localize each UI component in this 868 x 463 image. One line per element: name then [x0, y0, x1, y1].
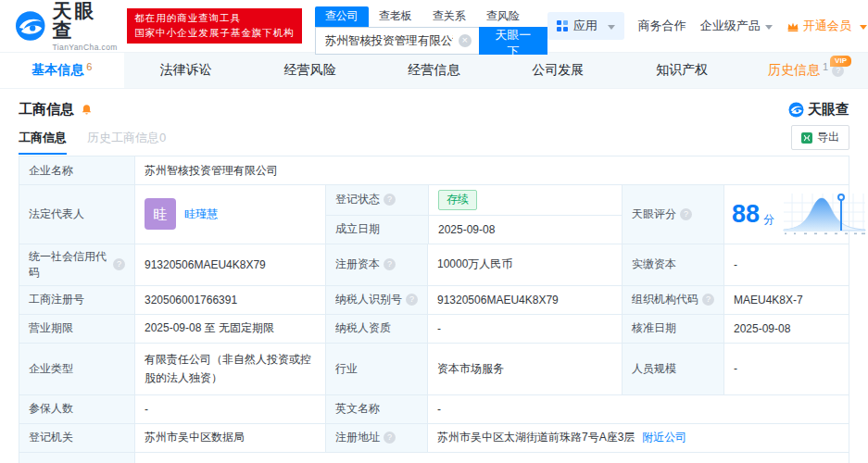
tab-label: 法律诉讼	[160, 62, 212, 79]
subtab-history-business-info[interactable]: 历史工商信息0	[87, 130, 166, 155]
tab-label: 基本信息	[31, 62, 83, 79]
subscribe-bell-icon[interactable]	[81, 104, 93, 116]
company-type-label: 企业类型	[19, 344, 134, 394]
chevron-down-icon	[765, 25, 773, 30]
label-text: 注册地址	[335, 430, 380, 445]
watermark-label: 天眼查	[808, 101, 849, 119]
legal-rep-avatar[interactable]: 眭	[145, 198, 176, 230]
nearby-companies-link[interactable]: 附近公司	[642, 430, 686, 445]
legal-rep-value: 眭 眭瑾慧	[134, 185, 325, 244]
tab-count: 6	[86, 61, 92, 72]
english-name-value: -	[427, 395, 849, 423]
table-row-reg-authority: 登记机关 苏州市吴中区数据局 注册地址 ? 苏州市吴中区太湖街道前珠路7号A座3…	[19, 423, 849, 452]
industry-label: 行业	[325, 344, 427, 394]
export-label: 导出	[817, 130, 839, 145]
company-name-label: 企业名称	[19, 156, 134, 184]
tab-intellectual-property[interactable]: 知识产权	[620, 53, 744, 88]
reg-number-label: 工商注册号	[19, 286, 134, 314]
reg-status-label: 登记状态 ?	[326, 185, 428, 215]
tab-history-info[interactable]: VIP 历史信息 1 ?	[744, 53, 868, 88]
table-row-business-term: 营业期限 2025-09-08 至 无固定期限 纳税人资质 - 核准日期 202…	[19, 314, 849, 343]
score-distribution-chart	[782, 192, 867, 236]
slogan-line-1: 都在用的商业查询工具	[134, 11, 295, 26]
nav-business-cooperation[interactable]: 商务合作	[638, 18, 686, 34]
membership-label: 开通会员	[803, 18, 851, 34]
legal-rep-link[interactable]: 眭瑾慧	[184, 206, 218, 222]
paid-capital-value: -	[723, 244, 849, 285]
reg-capital-value: 10000万人民币	[427, 244, 622, 285]
business-scope-value: 一般项目：股权投资；创业投资（限投资未上市企业）；以自有资金从事投资活动；融资咨…	[134, 453, 849, 463]
org-code-value: MAEU4K8X-7	[723, 286, 849, 314]
score-label: 天眼评分 ?	[622, 185, 723, 244]
score-number: 88	[732, 202, 760, 227]
top-nav: 应用 商务合作 企业级产品 开通会员 费米	[547, 12, 868, 40]
label-text: 纳税人识别号	[335, 292, 402, 307]
taxpayer-id-label: 纳税人识别号 ?	[325, 286, 427, 314]
chevron-down-icon	[860, 25, 867, 30]
label-text: 统一社会信用代码	[29, 249, 109, 281]
reg-status-value: 存续	[428, 185, 623, 215]
staff-size-value: -	[723, 344, 849, 394]
industry-value: 资本市场服务	[427, 344, 622, 394]
search-tab-relation[interactable]: 查关系	[422, 6, 476, 27]
tab-label: 公司发展	[532, 62, 584, 79]
clear-search-icon[interactable]: ×	[459, 34, 472, 47]
nav-open-membership[interactable]: 开通会员	[786, 18, 867, 34]
taxpayer-id-value: 91320506MAEU4K8X79	[427, 286, 622, 314]
label-text: 登记状态	[335, 192, 380, 207]
search-button[interactable]: 天眼一下	[479, 27, 547, 55]
vip-badge: VIP	[830, 56, 851, 67]
subtabs-row: 工商信息 历史工商信息0 导出	[19, 127, 849, 155]
top-header: 天眼查 TianYanCha.com 都在用的商业查询工具 国家中小企业发展子基…	[0, 0, 868, 52]
promo-slogan-badge: 都在用的商业查询工具 国家中小企业发展子基金旗下机构	[127, 8, 302, 44]
help-icon[interactable]: ?	[702, 294, 714, 306]
subtab-count: 0	[159, 131, 166, 144]
search-tab-risk[interactable]: 查风险	[476, 6, 530, 27]
help-icon[interactable]: ?	[384, 258, 396, 270]
search-area: 查公司 查老板 查关系 查风险 × 天眼一下	[315, 6, 547, 55]
search-tab-boss[interactable]: 查老板	[369, 6, 422, 27]
tab-operating-info[interactable]: 经营信息	[372, 53, 497, 88]
establish-date-label: 成立日期	[326, 216, 428, 244]
help-icon[interactable]: ?	[113, 258, 125, 270]
approval-date-label: 核准日期	[622, 315, 723, 343]
business-scope-label: 经营范围 ?	[19, 453, 134, 463]
tianyancha-eye-icon	[788, 102, 804, 118]
tab-legal-proceedings[interactable]: 法律诉讼	[124, 53, 248, 88]
taxpayer-quality-value: -	[427, 315, 622, 343]
insured-value: -	[134, 395, 325, 423]
table-row-company-type: 企业类型 有限责任公司（非自然人投资或控股的法人独资） 行业 资本市场服务 人员…	[19, 343, 849, 394]
nav-enterprise-products[interactable]: 企业级产品	[700, 18, 773, 34]
tab-company-development[interactable]: 公司发展	[496, 53, 620, 88]
help-icon[interactable]: ?	[384, 194, 396, 206]
tab-operating-risk[interactable]: 经营风险	[248, 53, 372, 88]
tab-label: 历史信息	[768, 62, 820, 79]
org-code-label: 组织机构代码 ?	[622, 286, 723, 314]
subtab-business-info[interactable]: 工商信息	[19, 130, 67, 155]
tianyancha-logo[interactable]: 天眼查 TianYanCha.com	[15, 1, 118, 52]
tab-label: 经营风险	[284, 62, 336, 79]
company-section-tabs: 基本信息 6 法律诉讼 经营风险 经营信息 公司发展 知识产权 VIP 历史信息…	[0, 52, 868, 89]
company-search-input[interactable]	[315, 27, 479, 55]
reg-capital-label: 注册资本 ?	[325, 244, 427, 285]
label-text: 组织机构代码	[632, 292, 698, 307]
credit-code-value: 91320506MAEU4K8X79	[134, 244, 325, 285]
help-icon[interactable]: ?	[680, 208, 692, 220]
company-name-value: 苏州智核投资管理有限公司	[134, 156, 849, 184]
help-icon[interactable]: ?	[406, 294, 418, 306]
help-icon[interactable]: ?	[384, 432, 396, 444]
english-name-label: 英文名称	[325, 395, 427, 423]
staff-size-label: 人员规模	[622, 344, 723, 394]
chevron-down-icon	[608, 25, 615, 30]
export-button[interactable]: 导出	[791, 125, 849, 150]
business-term-value: 2025-09-08 至 无固定期限	[134, 315, 325, 343]
tab-basic-info[interactable]: 基本信息 6	[0, 53, 124, 88]
reg-address-label: 注册地址 ?	[325, 424, 427, 452]
insured-label: 参保人数	[19, 395, 134, 423]
credit-code-label: 统一社会信用代码 ?	[19, 244, 134, 285]
apps-menu[interactable]: 应用	[547, 12, 624, 40]
score-unit: 分	[763, 212, 774, 228]
status-badge: 存续	[438, 190, 477, 210]
search-tab-company[interactable]: 查公司	[315, 6, 369, 27]
address-text: 苏州市吴中区太湖街道前珠路7号A座3层	[437, 430, 635, 445]
